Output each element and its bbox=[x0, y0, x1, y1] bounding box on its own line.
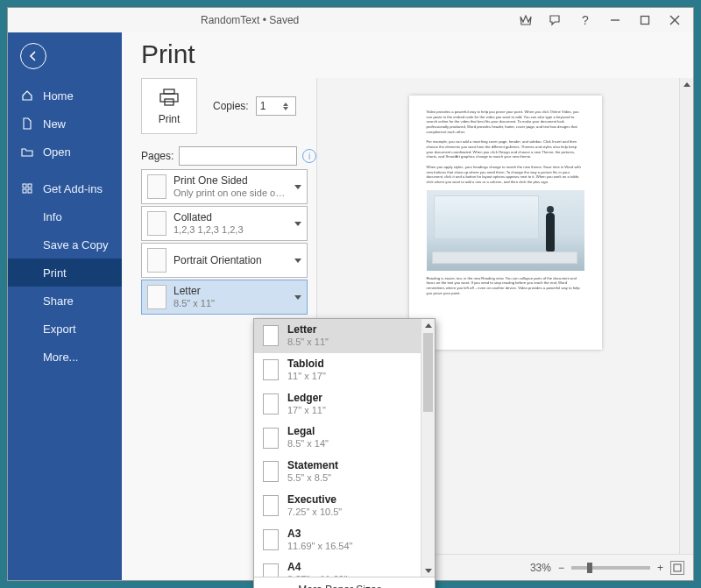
page-icon bbox=[263, 529, 279, 550]
app-window: RandomText • Saved ? bbox=[7, 7, 694, 581]
sidebar-item-more[interactable]: More... bbox=[8, 343, 122, 371]
scroll-down-button[interactable] bbox=[421, 564, 435, 577]
popup-scrollbar[interactable] bbox=[421, 319, 435, 577]
zoom-in-button[interactable]: + bbox=[657, 562, 663, 574]
page-icon bbox=[263, 495, 279, 516]
page-icon bbox=[263, 563, 279, 577]
sidebar-item-info[interactable]: Info bbox=[8, 202, 122, 230]
print-main: Print Print Copies: 1 bbox=[122, 32, 693, 580]
premium-icon[interactable] bbox=[511, 10, 541, 31]
sidebar-item-new[interactable]: New bbox=[8, 110, 122, 138]
close-button[interactable] bbox=[660, 10, 690, 31]
dropdown-sub: Only print on one side of… bbox=[173, 188, 287, 199]
page-side-icon bbox=[147, 174, 166, 199]
sidebar-item-home[interactable]: Home bbox=[8, 81, 122, 110]
paper-size-option[interactable]: A311.69" x 16.54" bbox=[254, 523, 435, 557]
sidebar-item-open[interactable]: Open bbox=[8, 138, 122, 166]
sidebar-item-share[interactable]: Share bbox=[8, 287, 122, 315]
scroll-up-button[interactable] bbox=[421, 319, 435, 331]
page-icon bbox=[263, 461, 279, 482]
chevron-up-icon[interactable] bbox=[283, 103, 288, 106]
paper-name: A3 bbox=[287, 528, 352, 541]
collate-icon bbox=[147, 211, 166, 236]
feedback-icon[interactable] bbox=[541, 10, 570, 31]
paper-size-option[interactable]: Letter8.5" x 11" bbox=[254, 319, 435, 353]
copies-value: 1 bbox=[260, 100, 266, 112]
copies-spinner[interactable] bbox=[283, 103, 292, 110]
sidebar-item-export[interactable]: Export bbox=[8, 315, 122, 343]
backstage-body: Home New Open Get Add-ins Info Save a bbox=[8, 32, 693, 580]
paper-dim: 7.25" x 10.5" bbox=[287, 507, 342, 519]
more-paper-sizes[interactable]: More Paper Sizes... bbox=[254, 577, 435, 588]
paper-name: Ledger bbox=[287, 392, 326, 405]
paper-size-option[interactable]: Legal8.5" x 14" bbox=[254, 421, 435, 455]
sides-dropdown[interactable]: Print One Sided Only print on one side o… bbox=[141, 169, 308, 204]
info-icon[interactable]: i bbox=[302, 149, 316, 163]
printer-icon bbox=[158, 88, 181, 110]
collate-dropdown[interactable]: Collated 1,2,3 1,2,3 1,2,3 bbox=[141, 206, 308, 241]
copies-input[interactable]: 1 bbox=[256, 96, 296, 116]
paper-size-option[interactable]: A48.27" x 11.69" bbox=[254, 556, 435, 577]
sidebar-item-label: More... bbox=[43, 351, 78, 364]
svg-rect-7 bbox=[28, 189, 32, 193]
chevron-down-icon bbox=[294, 295, 301, 300]
dropdown-title: Letter bbox=[173, 285, 287, 297]
sidebar-item-saveacopy[interactable]: Save a Copy bbox=[8, 230, 122, 259]
sidebar-item-label: Export bbox=[43, 322, 76, 336]
pages-label: Pages: bbox=[141, 150, 173, 162]
preview-page: Video provides a powerful way to help yo… bbox=[409, 96, 602, 350]
doc-name: RandomText bbox=[201, 14, 259, 26]
maximize-button[interactable] bbox=[630, 10, 660, 31]
paper-dim: 5.5" x 8.5" bbox=[287, 472, 338, 485]
doc-saved-status: Saved bbox=[269, 14, 299, 26]
titlebar: RandomText • Saved ? bbox=[8, 8, 693, 32]
paper-size-option[interactable]: Ledger17" x 11" bbox=[254, 387, 435, 422]
backstage-sidebar: Home New Open Get Add-ins Info Save a bbox=[8, 32, 122, 580]
fit-to-window-button[interactable] bbox=[670, 561, 684, 575]
sidebar-item-label: Save a Copy bbox=[43, 238, 108, 251]
print-button[interactable]: Print bbox=[141, 78, 197, 134]
paper-size-dropdown[interactable]: Letter 8.5" x 11" bbox=[141, 280, 308, 315]
paper-dim: 17" x 11" bbox=[287, 405, 326, 417]
scroll-up-button[interactable] bbox=[680, 78, 693, 90]
paper-size-popup: Letter8.5" x 11"Tabloid11" x 17"Ledger17… bbox=[253, 318, 435, 588]
print-button-label: Print bbox=[159, 113, 181, 125]
paper-name: Executive bbox=[287, 493, 342, 507]
help-icon[interactable]: ? bbox=[570, 10, 600, 31]
sidebar-item-addins[interactable]: Get Add-ins bbox=[8, 174, 122, 202]
paper-dim: 8.27" x 11.69" bbox=[287, 574, 347, 577]
preview-scrollbar-vertical[interactable] bbox=[679, 78, 693, 554]
dropdown-title: Print One Sided bbox=[173, 174, 287, 187]
zoom-out-button[interactable]: − bbox=[558, 562, 564, 574]
paper-icon bbox=[147, 285, 166, 309]
copies-row: Copies: 1 bbox=[213, 96, 296, 116]
chevron-down-icon[interactable] bbox=[283, 107, 288, 110]
scroll-thumb[interactable] bbox=[423, 333, 433, 412]
zoom-slider[interactable] bbox=[571, 566, 650, 570]
paper-name: Legal bbox=[287, 425, 329, 438]
back-button[interactable] bbox=[20, 43, 46, 69]
paper-size-option[interactable]: Tabloid11" x 17" bbox=[254, 353, 435, 387]
open-folder-icon bbox=[20, 145, 34, 159]
pages-input[interactable] bbox=[179, 146, 297, 166]
home-icon bbox=[20, 89, 34, 103]
paper-size-option[interactable]: Statement5.5" x 8.5" bbox=[254, 455, 435, 489]
svg-rect-5 bbox=[28, 184, 32, 188]
copies-label: Copies: bbox=[213, 100, 249, 112]
paper-size-option[interactable]: Executive7.25" x 10.5" bbox=[254, 489, 435, 523]
preview-image bbox=[427, 190, 584, 271]
svg-rect-8 bbox=[160, 94, 178, 102]
sidebar-item-label: Open bbox=[43, 145, 71, 159]
orientation-dropdown[interactable]: Portrait Orientation bbox=[141, 243, 308, 278]
paper-dim: 11.69" x 16.54" bbox=[287, 541, 352, 553]
page-icon bbox=[263, 359, 279, 380]
minimize-button[interactable] bbox=[600, 10, 630, 31]
sidebar-item-print[interactable]: Print bbox=[8, 259, 122, 287]
dropdown-title: Collated bbox=[173, 211, 287, 223]
dropdown-sub: 1,2,3 1,2,3 1,2,3 bbox=[173, 224, 287, 236]
paper-name: Statement bbox=[287, 459, 338, 472]
new-doc-icon bbox=[20, 117, 34, 131]
dropdown-sub: 8.5" x 11" bbox=[173, 298, 287, 309]
paper-dim: 8.5" x 11" bbox=[287, 337, 329, 349]
sidebar-item-label: Info bbox=[43, 210, 62, 223]
